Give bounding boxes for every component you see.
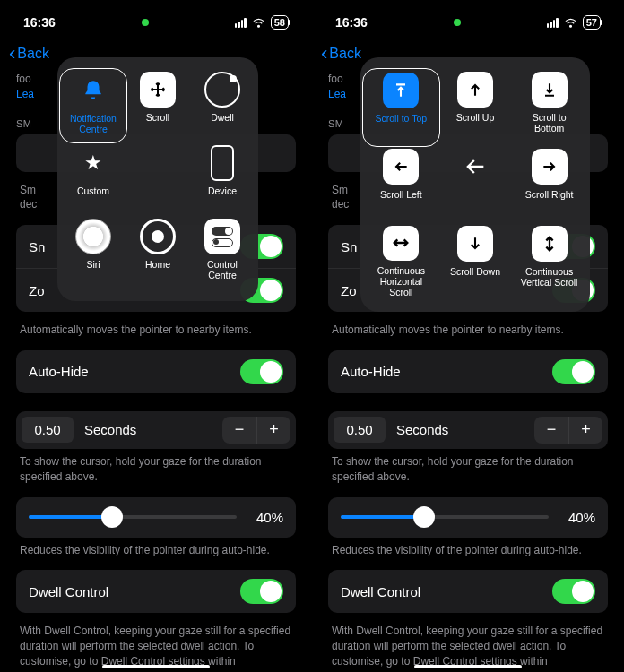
stepper-increment[interactable]: + <box>568 417 602 444</box>
status-bar: 16:36 57 <box>312 0 624 36</box>
menu-scroll-to-bottom[interactable]: Scroll to Bottom <box>512 72 586 143</box>
privacy-indicator-dot <box>454 19 461 26</box>
slider-percent: 40% <box>559 510 595 525</box>
learn-more-link[interactable]: Lea <box>328 88 346 100</box>
duration-stepper-cell: 0.50 Seconds − + <box>328 411 608 449</box>
home-icon <box>140 219 176 254</box>
status-time: 16:36 <box>335 15 368 30</box>
menu-back[interactable] <box>438 149 513 220</box>
siri-icon <box>75 219 111 254</box>
back-button[interactable]: ‹ Back <box>9 42 49 65</box>
chevron-left-icon: ‹ <box>9 42 15 65</box>
status-bar: 16:36 58 <box>0 0 312 36</box>
menu-scroll-left[interactable]: Scroll Left <box>364 149 438 220</box>
cellular-icon <box>547 18 559 28</box>
cellular-icon <box>235 18 247 28</box>
opacity-slider-cell: 40% <box>328 497 608 538</box>
opacity-slider[interactable] <box>341 515 549 519</box>
scroll-to-top-icon <box>383 73 419 108</box>
stepper-value: 0.50 <box>334 417 386 443</box>
battery-icon: 58 <box>271 15 289 30</box>
svg-point-0 <box>257 25 259 27</box>
learn-more-link[interactable]: Lea <box>16 88 34 100</box>
phone-left: 16:36 58 ‹ Back foo Lea SM Sm dec Sn <box>0 0 312 672</box>
stepper-decrement[interactable]: − <box>222 417 256 444</box>
dwell-control-toggle[interactable] <box>240 579 283 604</box>
dwell-control-toggle[interactable] <box>552 579 595 604</box>
menu-scroll[interactable]: Scroll <box>126 72 190 140</box>
menu-siri[interactable]: Siri <box>61 219 126 287</box>
slider-caption: Reduces the visibility of the pointer du… <box>328 538 608 571</box>
home-indicator[interactable] <box>414 665 522 668</box>
stepper-value: 0.50 <box>22 417 74 443</box>
opacity-slider-cell: 40% <box>16 497 296 538</box>
scroll-to-bottom-icon <box>532 72 568 108</box>
stepper-caption: To show the cursor, hold your gaze for t… <box>16 449 296 497</box>
stepper-decrement[interactable]: − <box>534 417 568 444</box>
menu-notification-centre[interactable]: Notification Centre <box>59 68 127 143</box>
menu-custom[interactable]: ★ Custom <box>61 145 126 213</box>
stepper-unit: Seconds <box>396 422 534 437</box>
dwell-icon <box>204 72 240 108</box>
menu-scroll-right[interactable]: Scroll Right <box>512 149 586 220</box>
wifi-icon <box>564 16 577 30</box>
back-arrow-icon <box>457 149 493 185</box>
status-time: 16:36 <box>23 15 56 30</box>
stepper-caption: To show the cursor, hold your gaze for t… <box>328 449 608 497</box>
device-icon <box>211 145 234 181</box>
privacy-indicator-dot <box>142 19 149 26</box>
slider-percent: 40% <box>247 510 283 525</box>
auto-hide-cell[interactable]: Auto-Hide <box>16 350 296 393</box>
svg-point-1 <box>569 25 571 27</box>
chevron-left-icon: ‹ <box>321 42 327 65</box>
menu-scroll-down[interactable]: Scroll Down <box>438 226 513 297</box>
menu-control-centre[interactable]: Control Centre <box>190 219 255 287</box>
arrow-left-icon <box>383 149 419 185</box>
wifi-icon <box>252 16 265 30</box>
menu-scroll-up[interactable]: Scroll Up <box>438 72 513 143</box>
dwell-control-cell[interactable]: Dwell Control <box>328 570 608 613</box>
assistive-touch-menu: Notification Centre Scroll Dwell ★ Custo… <box>57 57 258 301</box>
home-indicator[interactable] <box>102 665 210 668</box>
arrow-up-icon <box>457 72 493 108</box>
snap-caption: Automatically moves the pointer to nearb… <box>328 317 608 350</box>
menu-device[interactable]: Device <box>190 145 255 213</box>
menu-scroll-to-top[interactable]: Scroll to Top <box>362 68 440 147</box>
slider-caption: Reduces the visibility of the pointer du… <box>16 538 296 571</box>
menu-continuous-horizontal-scroll[interactable]: Continuous Horizontal Scroll <box>364 226 438 297</box>
arrow-down-icon <box>457 226 493 262</box>
phone-right: 16:36 57 ‹ Back foo Lea SM Sm dec Sn <box>312 0 624 672</box>
vertical-scroll-icon <box>532 226 568 262</box>
snap-caption: Automatically moves the pointer to nearb… <box>16 317 296 350</box>
scroll-submenu: Scroll to Top Scroll Up Scroll to Bottom… <box>360 57 590 312</box>
opacity-slider[interactable] <box>29 515 237 519</box>
stepper-increment[interactable]: + <box>256 417 290 444</box>
horizontal-scroll-icon <box>383 226 419 261</box>
menu-continuous-vertical-scroll[interactable]: Continuous Vertical Scroll <box>512 226 586 297</box>
arrow-right-icon <box>532 149 568 185</box>
duration-stepper-cell: 0.50 Seconds − + <box>16 411 296 449</box>
back-button[interactable]: ‹ Back <box>321 42 361 65</box>
auto-hide-toggle[interactable] <box>240 359 283 384</box>
auto-hide-cell[interactable]: Auto-Hide <box>328 350 608 393</box>
auto-hide-toggle[interactable] <box>552 359 595 384</box>
star-icon: ★ <box>75 145 111 181</box>
menu-home[interactable]: Home <box>126 219 190 287</box>
battery-icon: 57 <box>583 15 601 30</box>
menu-empty-slot <box>126 145 190 213</box>
stepper-unit: Seconds <box>84 422 222 437</box>
dwell-control-cell[interactable]: Dwell Control <box>16 570 296 613</box>
control-centre-icon <box>204 219 240 254</box>
bell-icon <box>75 73 111 108</box>
menu-dwell[interactable]: Dwell <box>190 72 255 140</box>
scroll-icon <box>140 72 176 108</box>
